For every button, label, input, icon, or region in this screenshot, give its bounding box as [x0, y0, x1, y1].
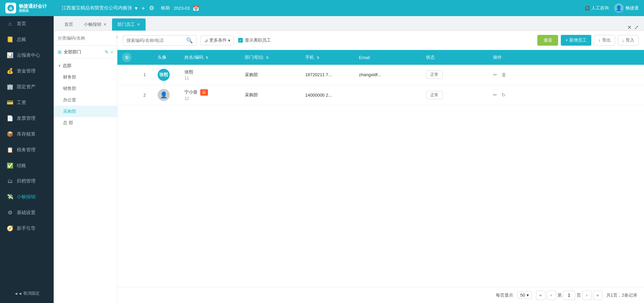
emp-code-2: 12 — [184, 96, 235, 101]
user-info[interactable]: 👤 畅捷通 — [614, 3, 639, 13]
guide-icon: 🧭 — [7, 225, 13, 232]
page-nav: « ‹ 第 页 › » — [536, 291, 602, 300]
mobile-sort-icon[interactable]: ⇅ — [317, 56, 319, 59]
funds-icon: 💰 — [7, 68, 13, 74]
filter-btn[interactable]: ⊿ 更多条件 ▾ — [201, 35, 234, 45]
tab-employees[interactable]: 部门员工 ✕ — [112, 18, 146, 31]
sidebar-item-label: 库存核算 — [17, 131, 36, 137]
dept-child-finance[interactable]: 财务部 — [54, 71, 117, 83]
sidebar-item-reports[interactable]: 📊 云报表中心 — [0, 47, 54, 63]
tab-home[interactable]: 首页 — [59, 18, 78, 31]
sidebar-item-label: 小畅报销 — [17, 194, 36, 200]
dept-sort-icon[interactable]: ⇅ — [266, 56, 269, 59]
emp-name-1: 张熙 — [184, 69, 235, 75]
emp-search-icon[interactable]: 🔍 — [186, 37, 193, 44]
sidebar-item-salary[interactable]: 💳 工资 — [0, 95, 54, 110]
sidebar-item-funds[interactable]: 💰 资金管理 — [0, 63, 54, 79]
user-name: 畅捷通 — [626, 5, 639, 11]
td-index-1: 1 — [136, 65, 153, 85]
content-area: 首页 小畅报销 ✕ 部门员工 ✕ ✕ ⤢ 🔍 — [54, 16, 644, 303]
calendar-icon[interactable]: 📅 — [193, 5, 199, 11]
page-size-select[interactable]: 50 ▾ — [517, 291, 532, 299]
add-employee-btn[interactable]: + 新增员工 — [561, 35, 591, 46]
company-dropdown-btn[interactable]: ▾ — [135, 5, 138, 11]
page-last-btn[interactable]: » — [593, 291, 602, 300]
td-action-2: ✏ ↻ — [488, 85, 644, 105]
sidebar-item-expense[interactable]: 💸 小畅报销 — [0, 189, 54, 205]
emp-table: ⚙ 头像 姓名/编码 ⇅ — [117, 50, 644, 105]
tab-expense[interactable]: 小畅报销 ✕ — [78, 18, 112, 31]
avatar-1: 张熙 — [158, 69, 170, 81]
table-header-row: ⚙ 头像 姓名/编码 ⇅ — [117, 50, 644, 65]
sidebar-item-settings[interactable]: ⚙ 基础设置 — [0, 205, 54, 220]
emp-search-input[interactable] — [126, 38, 184, 43]
page-first-btn[interactable]: « — [536, 291, 545, 300]
employee-area: 🔍 ⊿ 更多条件 ▾ ✓ 显示离职员工 邀请 + 新增员工 — [117, 31, 644, 303]
service-btn[interactable]: 🎧 人工咨询 — [585, 5, 609, 11]
table-row: 2 👤 宁小壹 — [117, 85, 644, 105]
page-next-btn[interactable]: › — [582, 291, 592, 300]
dept-all-label[interactable]: 全部部门 — [64, 49, 103, 55]
export-btn[interactable]: ↑ 导出 — [594, 35, 615, 46]
delete-btn-1[interactable]: 🗑 — [501, 72, 506, 78]
page-content: 🔍 ⊞ 全部部门 ✎ « ▼ 总部 财务部 销售部 办公室 采购部 — [54, 31, 644, 303]
th-email: Email — [354, 50, 421, 65]
invite-btn[interactable]: 邀请 — [537, 35, 558, 46]
dept-search-input[interactable] — [58, 36, 114, 41]
add-company-btn[interactable]: ＋ — [140, 4, 146, 12]
table-settings-gear[interactable]: ⚙ — [122, 53, 131, 62]
page-prev-btn[interactable]: ‹ — [547, 291, 556, 300]
emp-code-1: 11 — [184, 76, 235, 81]
name-sort-icon[interactable]: ⇅ — [206, 56, 208, 59]
sidebar-item-label: 总账 — [17, 37, 26, 43]
filter-label: 更多条件 — [209, 37, 227, 43]
page-size-label: 每页显示 — [496, 292, 513, 298]
company-settings-btn[interactable]: ⚙ — [149, 4, 154, 12]
edit-btn-2[interactable]: ✏ — [493, 92, 497, 98]
dept-group-arrow: ▼ — [58, 64, 61, 68]
tab-expense-close[interactable]: ✕ — [103, 22, 107, 27]
import-btn[interactable]: ↓ 导入 — [618, 35, 639, 46]
ledger-icon: 📒 — [7, 36, 13, 43]
dept-collapse-icon[interactable]: « — [111, 50, 113, 54]
logo-icon: 会 — [5, 3, 16, 13]
th-dept-position-label: 部门/职位 — [245, 55, 264, 60]
sidebar-item-label: 资金管理 — [17, 68, 36, 74]
edit-btn-1[interactable]: ✏ — [493, 72, 497, 78]
toolbar-right-btns: 邀请 + 新增员工 ↑ 导出 ↓ 导入 — [537, 35, 639, 46]
refresh-btn-2[interactable]: ↻ — [501, 92, 506, 98]
total-info: 共1页，2条记录 — [606, 292, 637, 298]
dept-child-headquarters[interactable]: 总 部 — [54, 117, 117, 129]
sidebar-item-inventory[interactable]: 📦 库存核算 — [0, 126, 54, 142]
user-avatar-icon: 👤 — [615, 5, 622, 11]
sidebar-item-label: 基础设置 — [17, 210, 36, 216]
show-resigned-checkbox[interactable]: ✓ — [238, 38, 243, 43]
th-avatar-label: 头像 — [158, 55, 166, 60]
dept-group-label-text[interactable]: 总部 — [63, 63, 71, 69]
dept-child-office[interactable]: 办公室 — [54, 94, 117, 106]
sidebar-item-archive[interactable]: 🗂 归档管理 — [0, 173, 54, 189]
page-word-pre: 第 — [557, 292, 562, 298]
tab-expand-btn[interactable]: ⤢ — [634, 24, 639, 31]
td-email-2 — [354, 85, 421, 105]
sidebar-item-ledger[interactable]: 📒 总账 — [0, 32, 54, 47]
tab-expense-label: 小畅报销 — [84, 21, 101, 28]
sidebar-item-tax[interactable]: 📋 税务管理 — [0, 142, 54, 158]
dept-child-purchase[interactable]: 采购部 — [54, 106, 117, 117]
page-input[interactable] — [563, 291, 575, 300]
th-name-code: 姓名/编码 ⇅ — [180, 50, 240, 65]
dept-child-sales[interactable]: 销售部 — [54, 83, 117, 94]
sidebar-item-guide[interactable]: 🧭 新手引导 — [0, 220, 54, 236]
cancel-fixed-btn[interactable]: ◄◄ 取消固定 — [0, 288, 54, 299]
tab-close-all-btn[interactable]: ✕ — [627, 24, 632, 31]
company-name: 江西服宝精品有限责任公司内账张 — [62, 5, 132, 11]
sidebar-item-settlement[interactable]: ✅ 结账 — [0, 158, 54, 173]
sidebar-item-home[interactable]: ⌂ 首页 — [0, 16, 54, 32]
dept-edit-icon[interactable]: ✎ — [105, 49, 109, 55]
sidebar-item-invoice[interactable]: 📄 发票管理 — [0, 110, 54, 126]
tab-bar-actions: ✕ ⤢ — [627, 24, 639, 31]
sidebar-item-assets[interactable]: 🏢 固定资产 — [0, 79, 54, 95]
dept-panel: 🔍 ⊞ 全部部门 ✎ « ▼ 总部 财务部 销售部 办公室 采购部 — [54, 31, 117, 303]
tab-employees-close[interactable]: ✕ — [137, 22, 140, 27]
dept-search-area: 🔍 — [54, 31, 117, 46]
